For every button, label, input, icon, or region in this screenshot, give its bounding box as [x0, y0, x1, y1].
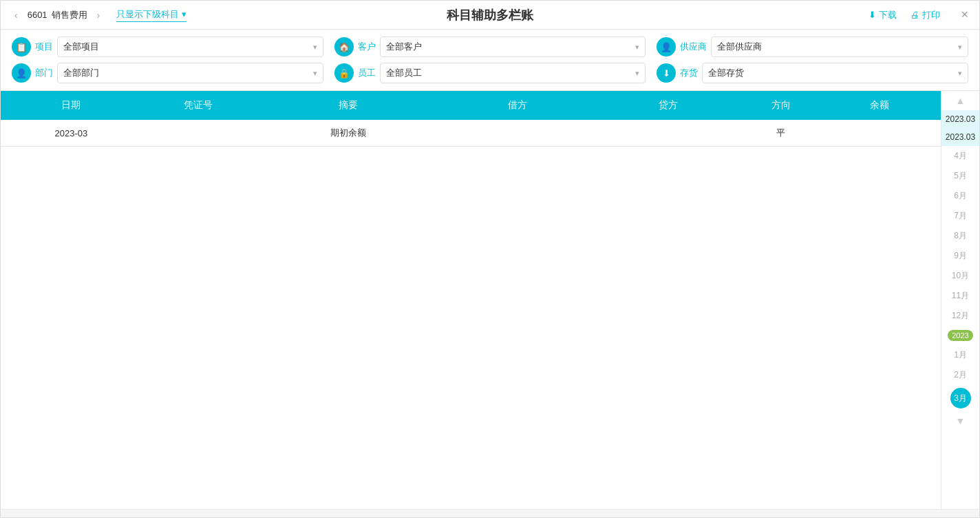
employee-arrow-icon: ▾ [635, 69, 639, 78]
account-code-display: 6601 销售费用 [28, 9, 87, 21]
cell-balance [818, 120, 941, 147]
project-icon: 📋 [12, 37, 31, 56]
ledger-table: 日期 凭证号 摘要 借方 贷方 方向 余额 2023-03 期初余额 [1, 91, 941, 147]
cell-direction: 平 [743, 120, 818, 147]
download-label: 下载 [879, 9, 897, 21]
inventory-icon: ⬇ [657, 63, 676, 83]
filter-inventory: ⬇ 存货 全部存货 ▾ [657, 63, 968, 83]
year-badge-2023: 2023 [948, 330, 972, 341]
filter-customer: 🏠 客户 全部客户 ▾ [334, 37, 646, 57]
customer-label: 客户 [358, 41, 376, 53]
col-direction: 方向 [743, 91, 818, 120]
year-badge-container: 2023 [948, 329, 972, 342]
inventory-arrow-icon: ▾ [958, 69, 962, 78]
filter-employee: 🔒 员工 全部员工 ▾ [334, 63, 646, 83]
top-bar: ‹ 6601 销售费用 › 只显示下级科目 ▾ 科目辅助多栏账 ⬇ 下载 🖨 打… [1, 1, 979, 30]
show-sub-label: 只显示下级科目 [116, 8, 179, 21]
supplier-select[interactable]: 全部供应商 ▾ [711, 37, 968, 57]
sidebar-item-1[interactable]: 1月 [941, 345, 979, 365]
sidebar-item-4[interactable]: 4月 [941, 146, 979, 166]
col-summary: 摘要 [255, 91, 443, 120]
active-month-container: 3月 [950, 388, 971, 408]
sidebar-item-7[interactable]: 7月 [941, 206, 979, 226]
employee-value: 全部员工 [386, 67, 422, 79]
customer-icon: 🏠 [334, 37, 354, 56]
inventory-value: 全部存货 [708, 67, 744, 79]
department-value: 全部部门 [63, 67, 99, 79]
prev-account-button[interactable]: ‹ [12, 8, 21, 22]
filter-supplier: 👤 供应商 全部供应商 ▾ [657, 37, 968, 57]
supplier-arrow-icon: ▾ [958, 43, 962, 52]
account-code-text: 6601 [28, 10, 47, 20]
employee-label: 员工 [358, 67, 376, 79]
cell-summary: 期初余额 [255, 120, 443, 147]
customer-arrow-icon: ▾ [635, 43, 639, 52]
department-icon: 👤 [12, 63, 31, 83]
supplier-value: 全部供应商 [717, 41, 762, 53]
account-name-text: 销售费用 [52, 9, 87, 21]
sidebar-item-10[interactable]: 10月 [941, 266, 979, 286]
project-arrow-icon: ▾ [313, 43, 317, 52]
show-sub-button[interactable]: 只显示下级科目 ▾ [116, 8, 187, 22]
col-date: 日期 [1, 91, 142, 120]
col-debit: 借方 [443, 91, 593, 120]
download-button[interactable]: ⬇ 下载 [869, 9, 897, 21]
employee-icon: 🔒 [334, 63, 354, 83]
sidebar-item-3-active[interactable]: 3月 [950, 388, 971, 408]
filter-area: 📋 项目 全部项目 ▾ 🏠 客户 全部客户 ▾ 👤 [1, 30, 979, 91]
print-button[interactable]: 🖨 打印 [910, 9, 940, 21]
filter-project: 📋 项目 全部项目 ▾ [12, 37, 323, 57]
filter-department: 👤 部门 全部部门 ▾ [12, 63, 323, 83]
cell-date: 2023-03 [1, 120, 142, 147]
filter-row-1: 📋 项目 全部项目 ▾ 🏠 客户 全部客户 ▾ 👤 [12, 37, 968, 57]
table-header-row: 日期 凭证号 摘要 借方 贷方 方向 余额 [1, 91, 941, 120]
close-button[interactable]: × [961, 8, 968, 22]
cell-voucher [142, 120, 255, 147]
project-label: 项目 [35, 41, 53, 53]
download-icon: ⬇ [869, 10, 876, 20]
department-label: 部门 [35, 67, 53, 79]
sidebar-item-8[interactable]: 8月 [941, 226, 979, 246]
inventory-select[interactable]: 全部存货 ▾ [702, 63, 968, 83]
page-title: 科目辅助多栏账 [447, 7, 533, 23]
print-icon: 🖨 [910, 10, 919, 20]
project-select[interactable]: 全部项目 ▾ [57, 37, 323, 57]
col-voucher: 凭证号 [142, 91, 255, 120]
employee-select[interactable]: 全部员工 ▾ [380, 63, 646, 83]
col-balance: 余额 [818, 91, 941, 120]
sidebar-item-11[interactable]: 11月 [941, 286, 979, 306]
scroll-inner [1, 510, 979, 517]
department-arrow-icon: ▾ [313, 69, 317, 78]
project-value: 全部项目 [63, 41, 99, 53]
table-row: 2023-03 期初余额 平 [1, 120, 941, 147]
show-sub-arrow-icon: ▾ [182, 9, 187, 19]
bottom-scrollbar[interactable] [1, 509, 979, 517]
table-container: 日期 凭证号 摘要 借方 贷方 方向 余额 2023-03 期初余额 [1, 91, 941, 509]
inventory-label: 存货 [680, 67, 698, 79]
main-window: ‹ 6601 销售费用 › 只显示下级科目 ▾ 科目辅助多栏账 ⬇ 下载 🖨 打… [0, 0, 980, 518]
customer-value: 全部客户 [386, 41, 422, 53]
top-actions: ⬇ 下载 🖨 打印 × [869, 8, 968, 22]
print-label: 打印 [922, 9, 940, 21]
supplier-icon: 👤 [657, 37, 676, 56]
sidebar-down-button[interactable]: ▼ [941, 411, 979, 431]
sidebar-item-9[interactable]: 9月 [941, 246, 979, 266]
sidebar-up-button[interactable]: ▲ [941, 91, 979, 110]
customer-select[interactable]: 全部客户 ▾ [380, 37, 646, 57]
supplier-label: 供应商 [680, 41, 707, 53]
department-select[interactable]: 全部部门 ▾ [57, 63, 323, 83]
col-credit: 贷方 [593, 91, 744, 120]
cell-debit [443, 120, 593, 147]
filter-row-2: 👤 部门 全部部门 ▾ 🔒 员工 全部员工 ▾ ⬇ [12, 63, 968, 83]
sidebar-item-2[interactable]: 2月 [941, 365, 979, 385]
next-account-button[interactable]: › [94, 8, 103, 22]
sidebar-item-6[interactable]: 6月 [941, 186, 979, 206]
sidebar-item-2023-03-header1[interactable]: 2023.03 [941, 110, 979, 128]
cell-credit [593, 120, 744, 147]
right-sidebar: ▲ 2023.03 2023.03 4月 5月 6月 7月 8月 9月 10月 … [941, 91, 979, 509]
sidebar-item-12[interactable]: 12月 [941, 306, 979, 326]
sidebar-item-2023-03-header2[interactable]: 2023.03 [941, 128, 979, 146]
sidebar-item-5[interactable]: 5月 [941, 166, 979, 186]
